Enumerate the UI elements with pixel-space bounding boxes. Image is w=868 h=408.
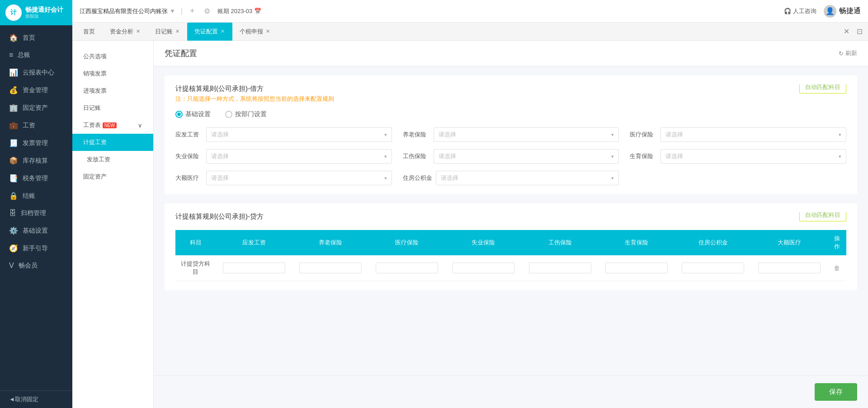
sidebar-item-guide[interactable]: 🧭新手引导 xyxy=(0,239,72,257)
sidebar-item-inventory[interactable]: 📦库存核算 xyxy=(0,152,72,169)
logo-text: 畅捷通好会计 xyxy=(25,6,63,14)
input-gongjijin[interactable] xyxy=(682,263,744,273)
add-company-button[interactable]: + xyxy=(188,6,197,16)
cell-yanglao[interactable] xyxy=(292,255,369,281)
field-gongshang: 工伤保险 请选择 ▾ xyxy=(403,149,619,164)
sidebar-item-vip[interactable]: V畅会员 xyxy=(0,257,72,274)
tab-close-funds[interactable]: ✕ xyxy=(136,28,140,34)
cell-gongjijin[interactable] xyxy=(675,255,751,281)
sidebar-item-salary[interactable]: 💼工资 xyxy=(0,117,72,134)
field-yiliao: 医疗保险 请选择 ▾ xyxy=(630,127,846,142)
input-yanglao[interactable] xyxy=(299,263,362,273)
sub-item-purchase[interactable]: 进项发票 xyxy=(72,82,153,99)
refresh-label: 刷新 xyxy=(845,49,857,57)
input-shengyu[interactable] xyxy=(605,263,668,273)
sidebar-item-funds[interactable]: 💰资金管理 xyxy=(0,81,72,99)
dae-placeholder: 请选择 xyxy=(211,174,229,182)
sidebar-item-close[interactable]: 🔒结账 xyxy=(0,187,72,205)
cell-yingfa[interactable] xyxy=(216,255,292,281)
tab-voucher[interactable]: 凭证配置✕ xyxy=(187,23,232,41)
sub-item-journal[interactable]: 日记账 xyxy=(72,99,153,117)
save-button[interactable]: 保存 xyxy=(815,383,857,401)
yingfa-select[interactable]: 请选择 ▾ xyxy=(206,127,392,142)
company-selector[interactable]: 江西服宝精品有限责任公司内账张 ▼ xyxy=(80,7,175,15)
radio-basic[interactable]: 基础设置 xyxy=(175,110,211,118)
sidebar-item-archive[interactable]: 🗄归档管理 xyxy=(0,205,72,222)
assets-icon: 🏢 xyxy=(9,103,18,112)
input-gongshang[interactable] xyxy=(529,263,591,273)
period-selector[interactable]: 账期 2023-03 📅 xyxy=(217,7,262,15)
invoice-icon: 🧾 xyxy=(9,139,18,147)
cell-dae[interactable] xyxy=(751,255,828,281)
tab-close-tax[interactable]: ✕ xyxy=(266,28,270,34)
sidebar-item-tax[interactable]: 📑税务管理 xyxy=(0,169,72,187)
col-header-gongjijin: 住房公积金 xyxy=(675,230,751,255)
shengyu-placeholder: 请选择 xyxy=(665,152,683,160)
panel-header: 凭证配置 ↻ 刷新 xyxy=(154,41,868,66)
sub-item-pay-salary[interactable]: 发放工资 xyxy=(72,151,153,168)
logo: 计 畅捷通好会计 旗舰版 xyxy=(0,0,72,25)
refresh-button[interactable]: ↻ 刷新 xyxy=(839,49,857,57)
cell-shiye[interactable] xyxy=(445,255,522,281)
user-menu[interactable]: 👤 畅捷通 xyxy=(824,5,861,18)
tab-journal[interactable]: 日记账✕ xyxy=(148,23,187,41)
yiliao-label: 医疗保险 xyxy=(630,131,657,139)
input-yiliao[interactable] xyxy=(376,263,438,273)
sub-item-sales[interactable]: 销项发票 xyxy=(72,65,153,82)
radio-basic-label: 基础设置 xyxy=(185,110,211,118)
cell-shengyu[interactable] xyxy=(598,255,675,281)
delete-row-button[interactable]: 🗑 xyxy=(834,264,840,272)
gongshang-select[interactable]: 请选择 ▾ xyxy=(434,149,619,164)
salary-icon: 💼 xyxy=(9,121,18,130)
col-header-gongshang: 工伤保险 xyxy=(522,230,598,255)
tab-home[interactable]: 首页 xyxy=(76,23,103,41)
input-shiye[interactable] xyxy=(453,263,515,273)
support-button[interactable]: 🎧 人工咨询 xyxy=(784,7,816,15)
sub-item-calc-salary[interactable]: 计提工资 xyxy=(72,134,153,151)
archive-icon: 🗄 xyxy=(9,209,16,217)
sidebar-item-reports[interactable]: 📊云报表中心 xyxy=(0,64,72,81)
debit-form: 应发工资 请选择 ▾ 养老保险 请选择 ▾ xyxy=(175,127,846,185)
sidebar-item-invoice[interactable]: 🧾发票管理 xyxy=(0,134,72,152)
col-header-yanglao: 养老保险 xyxy=(292,230,369,255)
sub-item-fixed-assets[interactable]: 固定资产 xyxy=(72,168,153,185)
sub-item-public[interactable]: 公共选项 xyxy=(72,48,153,65)
settings-gear-icon[interactable]: ⚙ xyxy=(202,7,212,15)
tab-close-voucher[interactable]: ✕ xyxy=(221,28,225,34)
separator: | xyxy=(181,7,183,15)
cancel-fixed-button[interactable]: ◄取消固定 xyxy=(0,390,72,408)
tab-tax[interactable]: 个税申报✕ xyxy=(232,23,278,41)
sidebar-item-home[interactable]: 🏠首页 xyxy=(0,29,72,47)
yanglao-select[interactable]: 请选择 ▾ xyxy=(434,127,619,142)
sub-item-salary-table[interactable]: 工资表 NEW ∨ xyxy=(72,117,153,134)
shengyu-select[interactable]: 请选择 ▾ xyxy=(660,149,846,164)
table-row: 计提贷方科目 🗑 xyxy=(175,255,846,281)
sidebar-item-ledger[interactable]: ≡总账 xyxy=(0,47,72,64)
close-tab-button[interactable]: ✕ xyxy=(842,25,851,38)
radio-basic-circle xyxy=(175,111,183,118)
save-bar: 保存 xyxy=(154,375,868,408)
shiye-select[interactable]: 请选择 ▾ xyxy=(206,149,392,164)
gongjijin-label: 住房公积金 xyxy=(403,174,432,182)
sidebar-item-assets[interactable]: 🏢固定资产 xyxy=(0,99,72,117)
col-header-yingfa: 应发工资 xyxy=(216,230,292,255)
radio-group: 基础设置 按部门设置 xyxy=(175,110,846,118)
input-yingfa[interactable] xyxy=(223,263,285,273)
auto-match-debit-button[interactable]: 自动匹配科目 xyxy=(799,84,846,94)
cell-yiliao[interactable] xyxy=(369,255,445,281)
gongjijin-select[interactable]: 请选择 ▾ xyxy=(436,171,619,185)
home-icon: 🏠 xyxy=(9,33,18,42)
auto-match-credit-button[interactable]: 自动匹配科目 xyxy=(799,212,846,221)
cell-gongshang[interactable] xyxy=(522,255,598,281)
tab-funds[interactable]: 资金分析✕ xyxy=(103,23,148,41)
sidebar-item-settings[interactable]: ⚙️基础设置 xyxy=(0,222,72,239)
maximize-button[interactable]: ⊡ xyxy=(855,25,864,38)
yingfa-arrow-icon: ▾ xyxy=(384,132,387,138)
tab-close-journal[interactable]: ✕ xyxy=(175,28,179,34)
main-panel: 凭证配置 ↻ 刷新 自动匹配科目 计提核算规则(公司承担)-借方 注：只能选择一… xyxy=(154,41,868,408)
dae-select[interactable]: 请选择 ▾ xyxy=(206,171,392,185)
yiliao-select[interactable]: 请选择 ▾ xyxy=(660,127,846,142)
input-dae[interactable] xyxy=(758,263,821,273)
logo-sub: 旗舰版 xyxy=(25,13,63,19)
radio-dept[interactable]: 按部门设置 xyxy=(225,110,267,118)
